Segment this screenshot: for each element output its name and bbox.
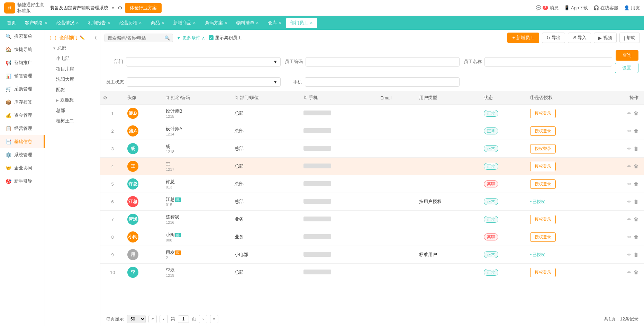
auth-button[interactable]: 授权登录 (530, 109, 556, 118)
page-size-select[interactable]: 50 100 200 (127, 315, 146, 323)
nav-tab-profit[interactable]: 利润报告 ✕ (84, 18, 115, 28)
edit-icon[interactable]: ✏ (627, 234, 632, 240)
add-employee-button[interactable]: + 新增员工 (507, 33, 539, 43)
nav-tab-customer[interactable]: 客户联络 ✕ (21, 18, 52, 28)
query-button[interactable]: 查询 (616, 50, 638, 61)
auth-button[interactable]: 授权登录 (530, 126, 556, 136)
nav-tab-goods[interactable]: 商品 ✕ (147, 18, 169, 28)
filter-btn[interactable]: ▼ 更多条件 ∧ (176, 35, 205, 41)
collapse-tree-btn[interactable]: 《 (93, 35, 97, 41)
nav-tab-employee[interactable]: 部门员工 ✕ (286, 18, 317, 28)
col-dept[interactable]: ⇅ 部门/职位 (232, 91, 301, 105)
edit-icon[interactable]: ✏ (627, 270, 632, 275)
auth-button[interactable]: 授权登录 (530, 144, 556, 153)
delete-icon[interactable]: 🗑 (634, 217, 638, 222)
emp-name-input[interactable] (484, 57, 612, 67)
message-icon[interactable]: 💬 5 消息 (536, 5, 559, 11)
gear-icon[interactable]: ⚙ (118, 5, 122, 11)
search-input[interactable] (108, 35, 163, 41)
auth-button[interactable]: 授权登录 (530, 162, 556, 171)
auth-button[interactable]: 授权登录 (530, 215, 556, 224)
set-button[interactable]: 设置 (615, 63, 638, 73)
online-service[interactable]: 🎧 在线客服 (593, 5, 618, 11)
nav-tab-home[interactable]: 首页 (3, 18, 20, 28)
delete-icon[interactable]: 🗑 (634, 199, 638, 204)
view-button[interactable]: ▶ 视频 (594, 33, 617, 43)
edit-icon[interactable]: ✏ (627, 164, 632, 169)
nav-tab-operation[interactable]: 经营情况 ✕ (52, 18, 83, 28)
sidebar-item-management[interactable]: 📋 经营管理 (0, 122, 45, 135)
dept-item-shenyang[interactable]: 沈阳大库 (45, 74, 100, 85)
sidebar-item-search[interactable]: 🔍 搜索菜单 (0, 30, 45, 43)
delete-icon[interactable]: 🗑 (634, 234, 638, 240)
col-settings[interactable]: ⚙ (100, 91, 125, 105)
delete-icon[interactable]: 🗑 (634, 164, 638, 169)
edit-icon[interactable]: ✏ (627, 217, 632, 222)
auth-button[interactable]: 授权登录 (530, 268, 556, 277)
name-code-block: 陈智斌 1216 (166, 214, 229, 224)
next-page-btn[interactable]: › (199, 315, 207, 323)
dept-item-general[interactable]: ▼总部 (45, 43, 100, 53)
nav-tab-barcode[interactable]: 条码方案 ✕ (201, 18, 232, 28)
edit-icon[interactable]: ✏ (627, 199, 632, 204)
auth-button[interactable]: 授权登录 (530, 232, 556, 242)
user-menu[interactable]: 👤 用友 (624, 5, 640, 11)
show-resigned-checkbox[interactable]: ✓ 显示离职员工 (209, 35, 242, 41)
delete-icon[interactable]: 🗑 (634, 128, 638, 134)
sidebar-item-marketing[interactable]: 📢 营销推广 (0, 56, 45, 69)
page-number-input[interactable] (178, 315, 189, 323)
col-phone[interactable]: ⇅ 手机 (301, 91, 378, 105)
sidebar-item-system[interactable]: ⚙️ 系统管理 (0, 148, 45, 161)
sidebar-item-purchase[interactable]: 🛒 采购管理 (0, 82, 45, 96)
nav-tab-history[interactable]: 经营历程 ✕ (115, 18, 146, 28)
search-icon[interactable]: 🔍 (164, 35, 170, 41)
help-button[interactable]: | 帮助 (619, 33, 640, 43)
delete-icon[interactable]: 🗑 (634, 181, 638, 187)
nav-tab-bom[interactable]: 物料清单 ✕ (232, 18, 263, 28)
auth-button[interactable]: 授权登录 (530, 179, 556, 189)
dept-item-zhishu[interactable]: 植树王二 (45, 116, 100, 126)
emp-code-input[interactable] (306, 57, 460, 67)
import-button[interactable]: ↺ 导入 (568, 33, 591, 43)
dept-item-small-electronics[interactable]: 小电部 (45, 53, 100, 64)
nav-tab-add-goods[interactable]: 新增商品 ✕ (169, 18, 200, 28)
edit-icon[interactable]: ✏ (627, 252, 632, 257)
phone-cell (301, 175, 378, 193)
trial-button[interactable]: 体验行业方案 (125, 3, 162, 13)
first-page-btn[interactable]: « (148, 315, 157, 323)
export-button[interactable]: ↻ 导出 (542, 33, 565, 43)
auth-granted-label: 已授权 (530, 199, 545, 204)
phone-blurred (303, 270, 331, 274)
dept-edit-icon[interactable]: ✏️ (80, 35, 85, 40)
dept-item-hq[interactable]: 总部 (45, 105, 100, 116)
delete-icon[interactable]: 🗑 (634, 111, 638, 116)
col-name[interactable]: ⇅ 姓名/编码 (163, 91, 232, 105)
edit-icon[interactable]: ✏ (627, 146, 632, 151)
sidebar-item-quicknav[interactable]: 🏠 快捷导航 (0, 43, 45, 56)
last-page-btn[interactable]: » (210, 315, 218, 323)
dept-item-distribution[interactable]: 配货 (45, 85, 100, 95)
app-download[interactable]: 📱 App下载 (564, 5, 588, 11)
edit-icon[interactable]: ✏ (627, 128, 632, 134)
system-title-dropdown[interactable]: ▼ (111, 6, 115, 10)
delete-icon[interactable]: 🗑 (634, 146, 638, 151)
dept-item-project-warehouse[interactable]: 项目库房 (45, 64, 100, 74)
status-select[interactable]: ▼ (127, 77, 281, 87)
sidebar-item-basic[interactable]: 📑 基础信息 (0, 135, 45, 148)
table-container: ⚙ 头像 ⇅ 姓名/编码 ⇅ 部门/职位 ⇅ 手机 Email 用户类型 状态 … (100, 91, 644, 312)
sidebar-item-collab[interactable]: 🤝 企业协同 (0, 161, 45, 175)
dept-select[interactable]: ▼ (126, 57, 281, 67)
delete-icon[interactable]: 🗑 (634, 270, 638, 275)
dept-item-shuanglu[interactable]: ▶双鹿想 (45, 95, 100, 105)
edit-icon[interactable]: ✏ (627, 111, 632, 116)
name-cell: 设计师B 1215 (163, 105, 232, 122)
prev-page-btn[interactable]: ‹ (160, 315, 168, 323)
edit-icon[interactable]: ✏ (627, 181, 632, 187)
delete-icon[interactable]: 🗑 (634, 252, 638, 257)
sidebar-item-inventory[interactable]: 📦 库存核算 (0, 96, 45, 109)
phone-input[interactable] (305, 77, 460, 87)
sidebar-item-finance[interactable]: 💰 资金管理 (0, 109, 45, 122)
sidebar-item-sales[interactable]: 📊 销售管理 (0, 69, 45, 82)
nav-tab-warehouse[interactable]: 仓库 ✕ (264, 18, 285, 28)
sidebar-item-guide[interactable]: 🎯 新手引导 (0, 175, 45, 188)
